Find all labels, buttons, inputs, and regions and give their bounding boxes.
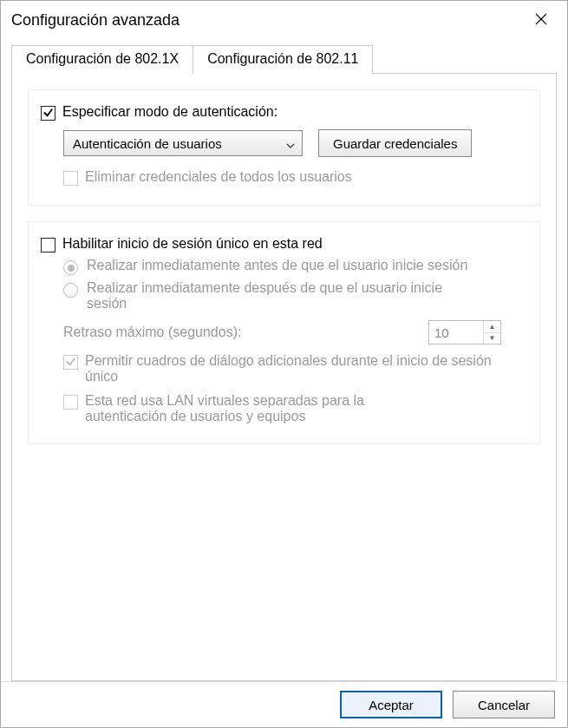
dialog-footer: Aceptar Cancelar: [1, 681, 567, 727]
spinner-arrows: ▲ ▼: [483, 321, 500, 344]
sso-before-row: Realizar inmediatamente antes de que el …: [63, 258, 527, 275]
delete-credentials-checkbox: [63, 171, 78, 186]
sso-after-label: Realizar inmediatamente después de que e…: [87, 280, 468, 312]
delay-label: Retraso máximo (segundos):: [63, 325, 241, 340]
button-label: Guardar credenciales: [333, 136, 457, 151]
dialog-window: Configuración avanzada Configuración de …: [0, 0, 568, 728]
separate-vlan-label: Esta red usa LAN virtuales separadas par…: [85, 393, 432, 424]
sso-before-radio: [63, 260, 78, 275]
button-label: Cancelar: [478, 698, 530, 712]
specify-auth-row: Especificar modo de autenticación:: [41, 104, 527, 121]
close-icon: [535, 11, 547, 30]
separate-vlan-row: Esta red usa LAN virtuales separadas par…: [63, 393, 527, 424]
spinner-up: ▲: [484, 321, 500, 332]
checkmark-icon: [65, 355, 76, 370]
allow-dialogs-label: Permitir cuadros de diálogo adicionales …: [85, 353, 493, 384]
allow-dialogs-checkbox: [63, 355, 78, 370]
tab-80211[interactable]: Configuración de 802.11: [193, 45, 373, 74]
window-title: Configuración avanzada: [11, 11, 180, 30]
sso-before-label: Realizar inmediatamente antes de que el …: [87, 258, 467, 273]
auth-mode-dropdown[interactable]: Autenticación de usuarios: [63, 130, 303, 156]
allow-dialogs-row: Permitir cuadros de diálogo adicionales …: [63, 353, 527, 384]
auth-mode-selected: Autenticación de usuarios: [73, 136, 222, 151]
specify-auth-checkbox[interactable]: [41, 106, 55, 121]
sso-group: Habilitar inicio de sesión único en esta…: [28, 221, 540, 444]
tab-label: Configuración de 802.1X: [26, 51, 179, 66]
chevron-down-icon: [286, 136, 295, 151]
ok-button[interactable]: Aceptar: [340, 691, 442, 718]
close-button[interactable]: [526, 8, 557, 32]
tab-panel-8021x: Especificar modo de autenticación: Auten…: [11, 73, 557, 681]
enable-sso-checkbox[interactable]: [41, 238, 55, 253]
sso-after-row: Realizar inmediatamente después de que e…: [63, 280, 527, 312]
save-credentials-button[interactable]: Guardar credenciales: [318, 129, 472, 157]
delete-credentials-row: Eliminar credenciales de todos los usuar…: [63, 169, 527, 186]
specify-auth-label: Especificar modo de autenticación:: [62, 104, 277, 120]
delay-value: 10: [429, 321, 483, 344]
radio-dot-icon: [68, 265, 75, 272]
auth-mode-group: Especificar modo de autenticación: Auten…: [28, 89, 540, 206]
button-label: Aceptar: [369, 698, 414, 712]
tab-label: Configuración de 802.11: [207, 51, 358, 66]
spinner-down: ▼: [484, 332, 500, 344]
delay-spinner: 10 ▲ ▼: [428, 320, 501, 344]
checkmark-icon: [42, 106, 54, 121]
content-area: Configuración de 802.1X Configuración de…: [1, 39, 567, 681]
tab-strip: Configuración de 802.1X Configuración de…: [11, 44, 557, 73]
separate-vlan-checkbox: [63, 395, 78, 410]
enable-sso-label: Habilitar inicio de sesión único en esta…: [62, 236, 323, 252]
delete-credentials-label: Eliminar credenciales de todos los usuar…: [85, 169, 352, 185]
cancel-button[interactable]: Cancelar: [453, 691, 555, 718]
titlebar: Configuración avanzada: [1, 1, 567, 39]
auth-mode-controls: Autenticación de usuarios Guardar creden…: [63, 129, 527, 157]
enable-sso-row: Habilitar inicio de sesión único en esta…: [41, 236, 527, 253]
tab-8021x[interactable]: Configuración de 802.1X: [11, 45, 193, 74]
sso-after-radio: [63, 283, 78, 298]
delay-row: Retraso máximo (segundos): 10 ▲ ▼: [63, 320, 527, 344]
